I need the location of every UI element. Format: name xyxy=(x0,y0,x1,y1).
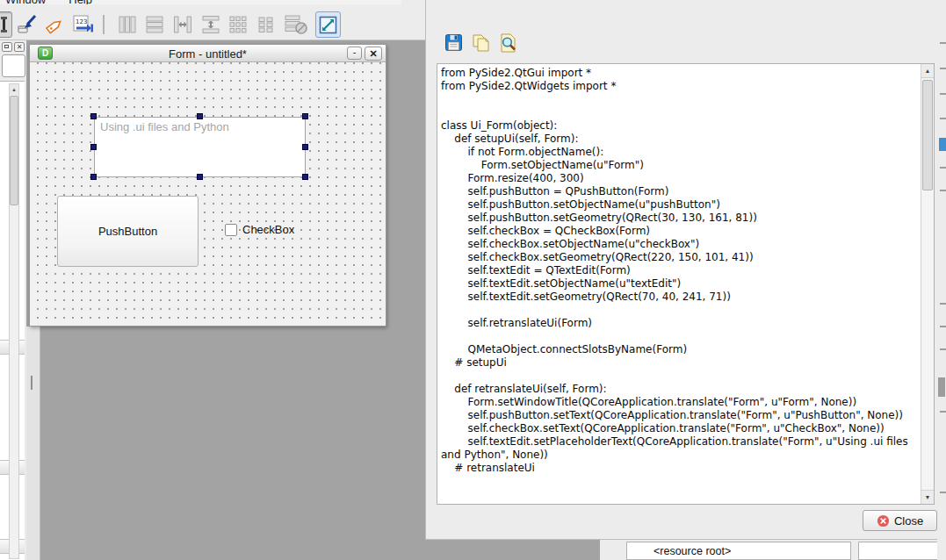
code-line xyxy=(441,106,919,119)
copy-button[interactable] xyxy=(471,32,492,54)
pushbutton-widget[interactable]: PushButton xyxy=(57,196,199,267)
resource-tree[interactable]: <resource root> xyxy=(626,542,851,560)
form-titlebar[interactable]: D Form - untitled* - ✕ xyxy=(30,45,386,62)
adjust-size-button[interactable] xyxy=(315,11,341,38)
scrollbar-fragment xyxy=(938,377,945,397)
code-line xyxy=(441,93,919,106)
save-icon xyxy=(444,32,464,53)
resource-root-label: <resource root> xyxy=(654,545,731,557)
edit-tab-order-button[interactable]: 123 xyxy=(69,11,96,38)
panel-fragment xyxy=(940,411,946,413)
code-line: self.pushButton.setText(QCoreApplication… xyxy=(441,409,919,422)
checkbox-label: CheckBox xyxy=(242,223,294,236)
panel-fragment xyxy=(940,348,946,350)
widget-box-scrollbar[interactable]: ▲ xyxy=(9,83,19,559)
selection-handle[interactable] xyxy=(90,144,97,150)
code-line: if not Form.objectName(): xyxy=(441,146,919,159)
edit-widgets-button[interactable] xyxy=(0,11,12,38)
code-line: from PySide2.QtWidgets import * xyxy=(441,80,919,93)
scrollbar-thumb[interactable] xyxy=(922,80,933,190)
code-line: def retranslateUi(self, Form): xyxy=(441,383,919,396)
scroll-up-icon: ▲ xyxy=(925,68,931,74)
edit-tab-order-icon: 123 xyxy=(71,14,94,35)
code-line: self.retranslateUi(Form) xyxy=(441,317,919,330)
scrollbar-thumb[interactable] xyxy=(10,96,18,205)
scroll-down-button[interactable]: ▼ xyxy=(921,490,934,504)
dock-float-button[interactable] xyxy=(2,42,12,52)
save-button[interactable] xyxy=(444,32,465,54)
float-icon xyxy=(4,45,9,48)
selection-handle[interactable] xyxy=(197,113,203,119)
textedit-widget[interactable]: Using .ui files and Python xyxy=(94,117,306,177)
code-line: self.checkBox.setGeometry(QRect(220, 150… xyxy=(441,251,919,264)
selection-handle[interactable] xyxy=(197,174,203,180)
panel-fragment xyxy=(940,326,946,327)
dialog-close-button[interactable]: Close xyxy=(863,510,937,531)
layout-splitter-horizontal-icon xyxy=(173,15,192,34)
code-line: Form.resize(400, 300) xyxy=(441,172,919,185)
dock-close-button[interactable]: ✕ xyxy=(14,42,25,52)
layout-form-button[interactable] xyxy=(254,11,278,38)
close-icon: ✕ xyxy=(369,48,377,59)
svg-text:123: 123 xyxy=(76,18,87,25)
widget-filter-input[interactable] xyxy=(2,54,25,77)
close-icon: ✕ xyxy=(17,43,23,51)
scroll-up-icon[interactable]: ▲ xyxy=(10,84,18,95)
qt-designer-screen: WindowHelp xyxy=(0,0,946,560)
selection-handle[interactable] xyxy=(302,144,308,150)
code-line xyxy=(441,330,919,343)
code-line: self.checkBox.setText(QCoreApplication.t… xyxy=(441,422,919,435)
dialog-close-label: Close xyxy=(894,514,923,528)
break-layout-button[interactable] xyxy=(281,11,310,38)
code-preview-dialog: from PySide2.QtGui import *from PySide2.… xyxy=(425,0,937,540)
selection-handle[interactable] xyxy=(90,174,97,180)
checkbox-widget[interactable]: CheckBox xyxy=(225,223,294,236)
edit-buddies-button[interactable] xyxy=(42,11,67,38)
edit-buddies-icon xyxy=(44,14,65,35)
code-line xyxy=(441,370,919,383)
code-line: self.checkBox = QCheckBox(Form) xyxy=(441,225,919,238)
checkbox-indicator[interactable] xyxy=(225,224,237,236)
layout-horizontal-icon xyxy=(118,15,137,34)
panel-fragment xyxy=(940,303,946,305)
layout-splitter-horizontal-button[interactable] xyxy=(170,11,194,38)
layout-grid-button[interactable] xyxy=(226,11,249,38)
right-panel-sliver xyxy=(937,0,946,560)
selection-handle[interactable] xyxy=(90,113,97,119)
dock-edge-strip xyxy=(26,327,40,560)
resource-details-pane[interactable] xyxy=(858,542,946,560)
minimize-button[interactable]: - xyxy=(347,47,362,60)
adjust-size-icon xyxy=(318,15,338,35)
code-line: class Ui_Form(object): xyxy=(441,119,919,133)
code-line: self.textEdit.setPlaceholderText(QCoreAp… xyxy=(441,435,919,449)
selection-handle[interactable] xyxy=(302,174,308,180)
layout-horizontal-button[interactable] xyxy=(115,11,139,38)
code-line: self.textEdit.setGeometry(QRect(70, 40, … xyxy=(441,291,919,304)
layout-splitter-vertical-icon xyxy=(201,15,220,34)
code-line: self.pushButton.setObjectName(u"pushButt… xyxy=(441,198,919,212)
code-scrollbar[interactable]: ▲ ▼ xyxy=(921,64,934,504)
layout-vertical-button[interactable] xyxy=(142,11,166,38)
selection-handle[interactable] xyxy=(302,113,308,119)
edit-signals-slots-icon xyxy=(17,14,38,35)
code-line: def setupUi(self, Form): xyxy=(441,133,919,146)
scroll-down-icon: ▼ xyxy=(925,494,931,500)
form-canvas[interactable]: Using .ui files and Python PushButton Ch… xyxy=(30,62,386,326)
layout-vertical-icon xyxy=(145,15,164,34)
code-line: from PySide2.QtGui import * xyxy=(441,67,919,80)
find-button[interactable] xyxy=(498,32,519,54)
minimize-icon: - xyxy=(353,47,357,57)
code-line: Form.setWindowTitle(QCoreApplication.tra… xyxy=(441,396,919,409)
code-line: self.pushButton.setGeometry(QRect(30, 13… xyxy=(441,212,919,225)
edit-signals-slots-button[interactable] xyxy=(15,11,40,38)
layout-splitter-vertical-button[interactable] xyxy=(199,11,222,38)
splitter-handle[interactable] xyxy=(31,376,32,390)
code-text[interactable]: from PySide2.QtGui import *from PySide2.… xyxy=(441,67,919,502)
panel-fragment xyxy=(940,93,946,95)
form-window-title: Form - untitled* xyxy=(30,47,386,61)
scroll-up-button[interactable]: ▲ xyxy=(921,64,934,78)
edit-widgets-icon xyxy=(0,15,10,34)
window-close-button[interactable]: ✕ xyxy=(365,47,382,61)
widget-box-list[interactable]: ▲ xyxy=(0,81,25,560)
panel-fragment xyxy=(940,68,946,69)
